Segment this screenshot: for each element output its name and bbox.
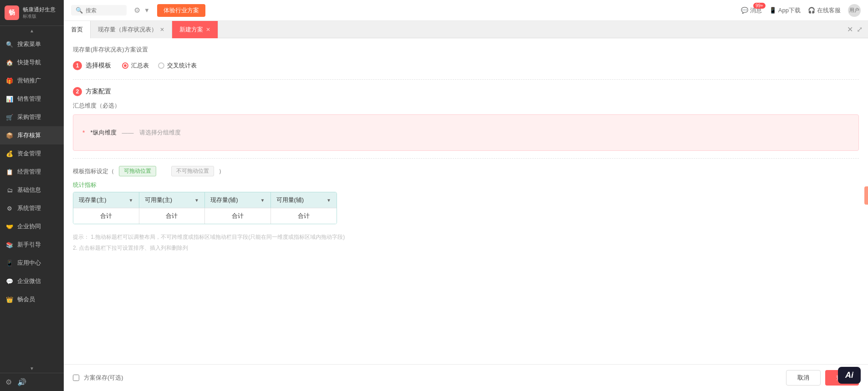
tab-inventory-status[interactable]: 现存量（库存状况表） ✕ (91, 21, 172, 38)
sidebar-item-newbie[interactable]: 📚 新手引导 (0, 236, 64, 254)
stats-header-cell-0[interactable]: 现存量(主) ▼ (73, 192, 139, 208)
sidebar-item-purchase[interactable]: 🛒 采购管理 (0, 108, 64, 126)
stats-col-3-label: 可用量(辅) (276, 196, 304, 204)
tab-home[interactable]: 首页 (64, 21, 91, 38)
stats-header-cell-1[interactable]: 可用量(主) ▼ (139, 192, 205, 208)
ai-badge[interactable]: Ai (838, 367, 861, 384)
step1-header: 1 选择模板 汇总表 交叉统计表 (73, 61, 859, 70)
radio-summary-label: 汇总表 (131, 62, 149, 70)
avatar[interactable]: 用户 (848, 4, 861, 17)
radio-cross-label: 交叉统计表 (167, 62, 197, 70)
col-3-dropdown-icon[interactable]: ▼ (327, 198, 331, 203)
settings-icon[interactable]: ⚙ (5, 378, 12, 386)
stats-header-cell-2[interactable]: 现存量(辅) ▼ (205, 192, 271, 208)
sidebar-item-vip[interactable]: 👑 畅会员 (0, 290, 64, 309)
brand-name: 畅康通好生意 (23, 6, 56, 14)
phone-icon: 📱 (5, 259, 14, 267)
col-1-dropdown-icon[interactable]: ▼ (194, 198, 199, 203)
sidebar-item-label: 经营管理 (17, 168, 41, 176)
page-title: 现存量(库存状况表)方案设置 (73, 46, 859, 54)
trial-button[interactable]: 体验行业方案 (157, 4, 205, 17)
divider-1 (73, 79, 859, 80)
tab-new-scheme-close-icon[interactable]: ✕ (206, 26, 210, 33)
save-checkbox[interactable] (73, 375, 79, 381)
sidebar-item-inventory[interactable]: 📦 库存核算 (0, 126, 64, 144)
topbar-dropdown-icon[interactable]: ▼ (144, 7, 150, 14)
sound-icon[interactable]: 🔊 (17, 378, 26, 386)
close-panel-icon[interactable]: ✕ (847, 25, 853, 34)
sidebar-item-finance[interactable]: 💰 资金管理 (0, 144, 64, 163)
dimension-section: 汇总维度（必选） * *纵向维度 —— 请选择分组维度 (73, 102, 859, 151)
step1-title: 选择模板 (86, 62, 111, 70)
vertical-dim-dash: —— (122, 129, 134, 136)
sidebar-item-shortcuts[interactable]: 🏠 快捷导航 (0, 53, 64, 72)
indicators-label-section: 模板指标设定（ 可拖动位置 不可拖动位置 ） (73, 166, 859, 176)
sidebar-item-sales[interactable]: 📊 销售管理 (0, 90, 64, 108)
stats-col-1-label: 可用量(主) (145, 196, 173, 204)
folder-icon: 🗂 (5, 186, 14, 194)
col-0-dropdown-icon[interactable]: ▼ (129, 198, 133, 203)
sidebar-scroll-up[interactable]: ▲ (0, 26, 64, 35)
sidebar-item-basic[interactable]: 🗂 基础信息 (0, 181, 64, 199)
gear-icon: ⚙ (5, 204, 14, 212)
expand-panel-icon[interactable]: ⤢ (857, 25, 863, 34)
online-service-button[interactable]: 🎧 在线客服 (808, 6, 841, 15)
search-area[interactable]: 🔍 (71, 5, 127, 15)
step2-section: 2 方案配置 汇总维度（必选） * *纵向维度 —— 请选择分组维度 (73, 87, 859, 253)
radio-summary-dot (122, 62, 128, 69)
topbar-settings-icon[interactable]: ⚙ (134, 6, 140, 15)
step2-number: 2 (73, 87, 82, 96)
phone-download-icon: 📱 (769, 7, 776, 14)
sidebar: 畅 畅康通好生意 标准版 ▲ 🔍 搜索菜单 🏠 快捷导航 🎁 营销推广 📊 销售… (0, 0, 64, 391)
dimension-box[interactable]: * *纵向维度 —— 请选择分组维度 (73, 114, 859, 151)
stats-col-0-label: 现存量(主) (79, 196, 107, 204)
indicators-suffix: ） (219, 167, 225, 175)
search-input[interactable] (86, 7, 122, 14)
sidebar-item-wechat[interactable]: 💬 企业微信 (0, 272, 64, 290)
sidebar-item-label: 采购管理 (17, 113, 41, 121)
right-panel-handle[interactable] (864, 186, 868, 205)
tabs-bar: 首页 现存量（库存状况表） ✕ 新建方案 ✕ ✕ ⤢ (64, 21, 868, 38)
required-asterisk: * (82, 129, 85, 136)
tips-section: 提示： 1.拖动标题栏可以调整布局，不可跨维度或指标区域拖动栏目字段(只能在同一… (73, 232, 859, 253)
sidebar-item-apps[interactable]: 📱 应用中心 (0, 254, 64, 272)
sidebar-item-search[interactable]: 🔍 搜索菜单 (0, 35, 64, 53)
sidebar-brand: 畅 畅康通好生意 标准版 (0, 0, 64, 26)
search-icon: 🔍 (5, 40, 14, 48)
sidebar-item-label: 销售管理 (17, 95, 41, 103)
cancel-button[interactable]: 取消 (786, 370, 821, 386)
stats-title: 统计指标 (73, 181, 859, 189)
sidebar-item-marketing[interactable]: 🎁 营销推广 (0, 72, 64, 90)
brand-logo: 畅 (5, 5, 19, 20)
tips-text-1: 1.拖动标题栏可以调整布局，不可跨维度或指标区域拖动栏目字段(只能在同一维度或指… (91, 234, 345, 240)
page-container: 现存量(库存状况表)方案设置 1 选择模板 汇总表 (64, 38, 868, 364)
stats-section: 统计指标 现存量(主) ▼ 可用量(主) ▼ (73, 181, 859, 224)
main-area: 🔍 ⚙ ▼ 体验行业方案 💬 消息 99+ 📱 App下载 🎧 (64, 0, 868, 391)
radio-cross[interactable]: 交叉统计表 (158, 62, 197, 70)
sidebar-item-label: 系统管理 (17, 204, 41, 212)
save-label: 方案保存(可选) (84, 374, 123, 382)
sidebar-item-operations[interactable]: 📋 经营管理 (0, 163, 64, 181)
stats-header-cell-3[interactable]: 可用量(辅) ▼ (271, 192, 337, 208)
sidebar-item-label: 库存核算 (17, 131, 41, 139)
message-button[interactable]: 💬 消息 99+ (741, 6, 762, 15)
footer-bar: 方案保存(可选) 取消 查询 (64, 364, 868, 391)
sidebar-item-system[interactable]: ⚙ 系统管理 (0, 199, 64, 217)
step2-header: 2 方案配置 (73, 87, 859, 96)
step2-title: 方案配置 (86, 87, 111, 96)
app-download-button[interactable]: 📱 App下载 (769, 6, 801, 15)
topbar-left: 🔍 ⚙ ▼ 体验行业方案 (71, 4, 205, 17)
radio-summary[interactable]: 汇总表 (122, 62, 149, 70)
col-2-dropdown-icon[interactable]: ▼ (260, 198, 265, 203)
sidebar-item-label: 新手引导 (17, 241, 41, 249)
sidebar-scroll-down[interactable]: ▼ (0, 364, 64, 373)
gift-icon: 🎁 (5, 77, 14, 85)
sidebar-item-corp[interactable]: 🤝 企业协同 (0, 217, 64, 236)
online-service-label: 在线客服 (817, 6, 841, 15)
vertical-dim-label: *纵向维度 (90, 129, 116, 137)
tabs-right-actions: ✕ ⤢ (847, 25, 868, 34)
home-icon: 🏠 (5, 58, 14, 67)
stats-data-cell-1: 合计 (139, 208, 205, 224)
tab-inventory-close-icon[interactable]: ✕ (160, 26, 164, 33)
tab-new-scheme[interactable]: 新建方案 ✕ (172, 21, 218, 38)
